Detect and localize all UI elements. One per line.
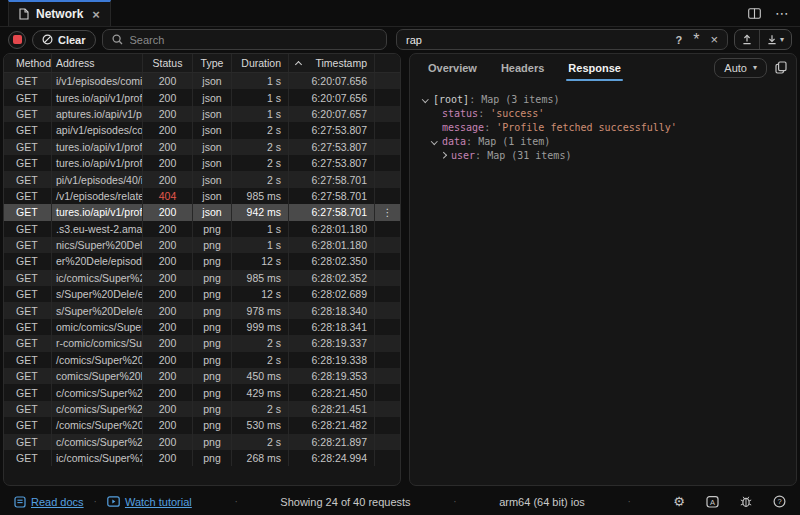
cell-timestamp: 6:28:19.338 — [289, 352, 375, 368]
cell-address: c/comics/Super%20De — [52, 401, 143, 417]
cell-timestamp: 6:27:58.701 — [289, 171, 375, 187]
tab-response[interactable]: Response — [556, 54, 633, 81]
cell-duration: 1 s — [232, 237, 289, 253]
table-row[interactable]: GET pi/v1/episodes/40/ima 200 json 2 s 6… — [4, 171, 400, 187]
read-docs-link[interactable]: Read docs — [14, 496, 84, 508]
cell-type: png — [193, 417, 232, 433]
cell-method: GET — [4, 106, 52, 122]
settings-gear-icon[interactable]: ⚙ — [673, 495, 685, 508]
filter-input[interactable] — [406, 34, 668, 46]
cell-duration: 429 ms — [232, 384, 289, 400]
network-devtools-window: Network × ⋯ Clear — [0, 0, 800, 515]
cell-duration: 2 s — [232, 139, 289, 155]
filter-box: ? * × — [396, 29, 728, 50]
cell-method: GET — [4, 221, 52, 237]
cell-duration: 1 s — [232, 106, 289, 122]
table-row[interactable]: GET ic/comics/Super%20D 200 png 985 ms 6… — [4, 270, 400, 286]
table-row[interactable]: GET api/v1/episodes/comi 200 json 2 s 6:… — [4, 122, 400, 138]
cell-type: png — [193, 286, 232, 302]
cell-type: png — [193, 253, 232, 269]
tab-close-icon[interactable]: × — [92, 8, 100, 21]
table-row[interactable]: GET tures.io/api/v1/profile 200 json 942… — [4, 204, 400, 220]
copy-icon[interactable] — [775, 61, 787, 74]
cell-timestamp: 6:20:07.656 — [289, 73, 375, 89]
table-row[interactable]: GET tures.io/api/v1/profile 200 json 2 s… — [4, 139, 400, 155]
column-header-timestamp[interactable]: Timestamp — [289, 54, 375, 72]
clear-button[interactable]: Clear — [32, 30, 96, 50]
table-row[interactable]: GET c/comics/Super%20De 200 png 2 s 6:28… — [4, 401, 400, 417]
cell-timestamp: 6:28:19.353 — [289, 368, 375, 384]
table-row[interactable]: GET er%20Dele/episodes/E 200 png 12 s 6:… — [4, 253, 400, 269]
filter-clear-icon[interactable]: × — [710, 33, 718, 46]
search-input[interactable] — [130, 34, 377, 46]
collapse-caret-icon[interactable] — [422, 96, 428, 102]
table-row[interactable]: GET s/Super%20Dele/episo 200 png 978 ms … — [4, 302, 400, 318]
column-header-address[interactable]: Address — [52, 54, 143, 72]
table-row[interactable]: GET c/comics/Super%20De 200 png 429 ms 6… — [4, 384, 400, 400]
tree-node: [root]: Map (3 items) — [410, 93, 796, 107]
cell-method: GET — [4, 335, 52, 351]
import-button[interactable]: ▾ — [760, 30, 791, 49]
table-row[interactable]: GET .s3.eu-west-2.amazon 200 png 1 s 6:2… — [4, 221, 400, 237]
cell-address: tures.io/api/v1/profile — [52, 89, 143, 105]
cell-duration: 1 s — [232, 73, 289, 89]
row-menu-icon[interactable]: ⋮ — [383, 207, 393, 218]
cell-type: json — [193, 106, 232, 122]
column-header-type[interactable]: Type — [193, 54, 232, 72]
table-row[interactable]: GET s/Super%20Dele/episo 200 png 12 s 6:… — [4, 286, 400, 302]
filter-regex-icon[interactable]: * — [693, 35, 699, 45]
filter-help-icon[interactable]: ? — [675, 34, 682, 46]
separator-dot: · — [94, 496, 97, 507]
table-row[interactable]: GET c/comics/Super%20De 200 png 2 s 6:28… — [4, 434, 400, 450]
watch-tutorial-link[interactable]: Watch tutorial — [107, 496, 192, 508]
cell-address: c/comics/Super%20De — [52, 384, 143, 400]
table-row[interactable]: GET r-comic/comics/Super 200 png 2 s 6:2… — [4, 335, 400, 351]
column-header-duration[interactable]: Duration — [232, 54, 289, 72]
tab-overview[interactable]: Overview — [416, 54, 489, 81]
cell-timestamp: 6:27:53.807 — [289, 155, 375, 171]
help-icon[interactable]: ? — [773, 495, 786, 508]
column-header-method[interactable]: Method — [4, 54, 52, 72]
cell-duration: 1 s — [232, 89, 289, 105]
table-row[interactable]: GET aptures.io/api/v1/profi 200 json 1 s… — [4, 106, 400, 122]
cell-type: json — [193, 122, 232, 138]
cell-duration: 2 s — [232, 401, 289, 417]
expand-caret-icon[interactable] — [440, 152, 446, 158]
cell-method: GET — [4, 417, 52, 433]
collapse-caret-icon[interactable] — [431, 138, 437, 144]
table-row[interactable]: GET tures.io/api/v1/profile 200 json 2 s… — [4, 155, 400, 171]
cell-address: comics/Super%20Dele. — [52, 368, 143, 384]
cell-address: .s3.eu-west-2.amazon — [52, 221, 143, 237]
bug-icon[interactable] — [740, 495, 752, 508]
table-row[interactable]: GET omic/comics/Super%2 200 png 999 ms 6… — [4, 319, 400, 335]
table-row[interactable]: GET /comics/Super%20Del 200 png 2 s 6:28… — [4, 352, 400, 368]
cell-duration: 450 ms — [232, 368, 289, 384]
column-header-status[interactable]: Status — [143, 54, 193, 72]
table-row[interactable]: GET i/v1/episodes/comic/2 200 json 1 s 6… — [4, 73, 400, 89]
record-toggle-button[interactable] — [8, 31, 26, 49]
encoding-dropdown[interactable]: Auto ▾ — [714, 58, 767, 78]
tab-network[interactable]: Network × — [8, 0, 111, 26]
cell-method: GET — [4, 122, 52, 138]
split-view-icon[interactable] — [748, 8, 761, 19]
tab-headers[interactable]: Headers — [489, 54, 556, 81]
app-badge-icon[interactable]: A — [706, 495, 719, 508]
table-row[interactable]: GET /v1/episodes/related-c 404 json 985 … — [4, 188, 400, 204]
cell-address: tures.io/api/v1/profile — [52, 204, 143, 220]
table-row[interactable]: GET ic/comics/Super%20D 200 png 268 ms 6… — [4, 450, 400, 466]
tree-type: Map (31 items) — [487, 150, 571, 161]
table-row[interactable]: GET nics/Super%20Dele/ep 200 png 1 s 6:2… — [4, 237, 400, 253]
cell-method: GET — [4, 319, 52, 335]
more-menu-icon[interactable]: ⋯ — [775, 5, 790, 21]
cell-timestamp: 6:28:01.180 — [289, 221, 375, 237]
table-row[interactable]: GET comics/Super%20Dele. 200 png 450 ms … — [4, 368, 400, 384]
cell-duration: 999 ms — [232, 319, 289, 335]
table-row[interactable]: GET tures.io/api/v1/profile 200 json 1 s… — [4, 89, 400, 105]
cell-status: 200 — [143, 139, 193, 155]
export-button[interactable] — [735, 30, 759, 49]
search-box — [102, 29, 387, 50]
table-row[interactable]: GET /comics/Super%20Del 200 png 530 ms 6… — [4, 417, 400, 433]
cell-duration: 978 ms — [232, 302, 289, 318]
table-header: Method Address Status Type Duration Time… — [4, 54, 400, 73]
cell-type: png — [193, 335, 232, 351]
